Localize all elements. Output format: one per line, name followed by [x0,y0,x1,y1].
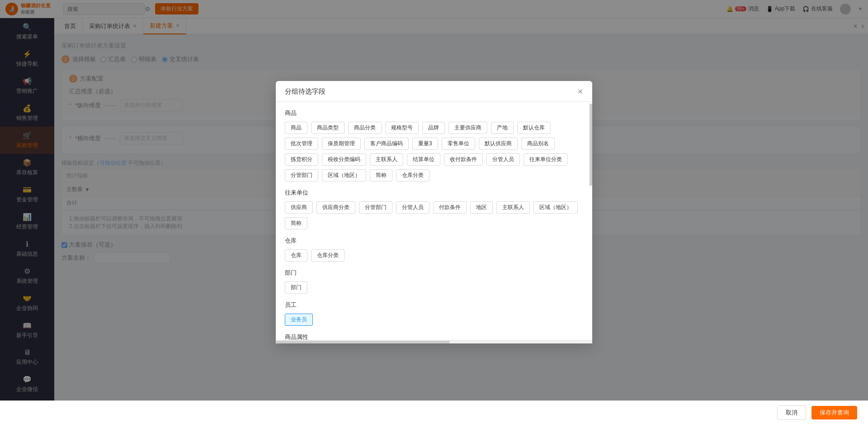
tag-batch[interactable]: 批次管理 [285,138,318,150]
tag-supplier-cat[interactable]: 供应商分类 [316,201,355,214]
modal-close-btn[interactable]: ✕ [577,87,583,96]
section-warehouse: 仓库 仓库 仓库分类 [285,237,583,262]
tag-admin-person[interactable]: 分管人员 [396,201,429,214]
tag-dept[interactable]: 分管部门 [285,169,318,181]
tag-short2[interactable]: 简称 [285,217,307,229]
tag-salesperson[interactable]: 业务员 [285,314,313,326]
tag-origin[interactable]: 产地 [491,122,514,134]
section-dept-tags: 部门 [285,281,583,294]
section-partner-tags: 供应商 供应商分类 分管部门 分管人员 付款条件 地区 主联系人 区域（地区） … [285,201,583,229]
section-attr: 商品属性 属性 颜色 多规格 尺码 鞋码 1 [285,333,583,340]
tag-goods[interactable]: 商品 [285,122,307,134]
tag-contact[interactable]: 主联系人 [496,201,530,214]
tag-admin[interactable]: 分管人员 [486,153,520,166]
cancel-button[interactable]: 取消 [777,405,806,420]
tag-payment-cond[interactable]: 付款条件 [433,201,467,214]
tag-department[interactable]: 部门 [285,281,307,294]
section-partner: 往来单位 供应商 供应商分类 分管部门 分管人员 付款条件 地区 主联系人 区域… [285,189,583,229]
tag-pick-score[interactable]: 拣货积分 [285,153,318,166]
section-warehouse-tags: 仓库 仓库分类 [285,249,583,262]
modal: 分组待选字段 ✕ 商品 商品 商品类型 商品分类 规格型号 品牌 主要供应商 产… [276,81,592,343]
tag-spec[interactable]: 规格型号 [385,122,419,134]
save-button[interactable]: 保存并查询 [811,406,857,419]
tag-shelf-life[interactable]: 保质期管理 [322,138,361,150]
tag-area[interactable]: 地区 [470,201,493,214]
tag-region[interactable]: 区域（地区） [322,169,366,181]
modal-vscroll[interactable] [590,104,592,340]
tag-tax-code[interactable]: 税收分类编码 [322,153,366,166]
section-warehouse-title: 仓库 [285,237,583,245]
tag-default-warehouse[interactable]: 默认仓库 [517,122,551,134]
section-goods-title: 商品 [285,109,583,117]
tag-weight[interactable]: 重量3 [412,138,438,150]
modal-overlay: 分组待选字段 ✕ 商品 商品 商品类型 商品分类 规格型号 品牌 主要供应商 产… [0,0,868,424]
section-dept: 部门 部门 [285,269,583,294]
tag-default-supplier[interactable]: 默认供应商 [479,138,518,150]
tag-warehouse-cat2[interactable]: 仓库分类 [311,249,344,262]
section-goods-tags: 商品 商品类型 商品分类 规格型号 品牌 主要供应商 产地 默认仓库 批次管理 … [285,122,583,181]
tag-payment-terms[interactable]: 收付款条件 [444,153,483,166]
modal-header: 分组待选字段 ✕ [276,81,592,102]
tag-admin-dept[interactable]: 分管部门 [359,201,392,214]
section-attr-title: 商品属性 [285,333,583,340]
tag-short-name[interactable]: 简称 [370,169,392,181]
modal-hscroll[interactable] [276,340,592,343]
section-dept-title: 部门 [285,269,583,277]
tag-warehouse-cat[interactable]: 仓库分类 [396,169,429,181]
tag-main-supplier[interactable]: 主要供应商 [448,122,487,134]
tag-customer-code[interactable]: 客户商品编码 [364,138,409,150]
tag-goods-type[interactable]: 商品类型 [311,122,344,134]
bottom-bar: 取消 保存并查询 [0,400,868,424]
tag-retail-unit[interactable]: 零售单位 [442,138,475,150]
tag-alias[interactable]: 商品别名 [521,138,555,150]
modal-vscroll-thumb [590,104,592,186]
tag-brand[interactable]: 品牌 [422,122,445,134]
modal-body: 商品 商品 商品类型 商品分类 规格型号 品牌 主要供应商 产地 默认仓库 批次… [276,102,592,340]
modal-hscroll-thumb [276,341,450,343]
section-employee-tags: 业务员 [285,314,583,326]
tag-supplier[interactable]: 供应商 [285,201,313,214]
section-employee: 员工 业务员 [285,301,583,326]
section-partner-title: 往来单位 [285,189,583,197]
tag-goods-cat[interactable]: 商品分类 [348,122,382,134]
modal-title: 分组待选字段 [285,87,326,96]
tag-partner-cat[interactable]: 往来单位分类 [524,153,568,166]
section-goods: 商品 商品 商品类型 商品分类 规格型号 品牌 主要供应商 产地 默认仓库 批次… [285,109,583,181]
tag-warehouse[interactable]: 仓库 [285,249,307,262]
tag-main-contact[interactable]: 主联系人 [370,153,403,166]
tag-settle-unit[interactable]: 结算单位 [407,153,440,166]
section-employee-title: 员工 [285,301,583,309]
tag-region2[interactable]: 区域（地区） [533,201,578,214]
